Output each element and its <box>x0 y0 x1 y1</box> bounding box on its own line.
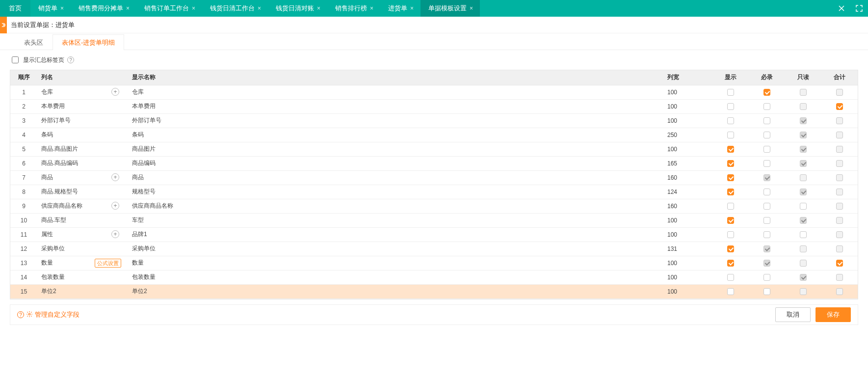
checkbox[interactable] <box>727 203 734 210</box>
table-row[interactable]: 12采购单位采购单位131 <box>10 242 858 256</box>
checkbox[interactable] <box>836 260 843 267</box>
checkbox[interactable] <box>763 117 770 124</box>
fullscreen-button[interactable] <box>850 0 868 17</box>
table-row[interactable]: 4条码条码250 <box>10 128 858 142</box>
checkbox[interactable] <box>727 117 734 124</box>
checkbox[interactable] <box>727 245 734 252</box>
checkbox[interactable] <box>727 103 734 110</box>
table-row[interactable]: 15单位2单位2100 <box>10 284 858 298</box>
cell-display-name[interactable]: 本单费用 <box>128 99 663 113</box>
manage-custom-fields-link[interactable]: 管理自定义字段 <box>35 310 79 319</box>
close-icon[interactable]: × <box>410 5 414 12</box>
checkbox[interactable] <box>727 260 734 267</box>
table-row[interactable]: 8商品.规格型号规格型号124 <box>10 185 858 199</box>
cell-width[interactable]: 100 <box>663 113 712 128</box>
add-icon[interactable]: + <box>111 230 119 238</box>
cell-display-name[interactable]: 供应商商品名称 <box>128 199 663 213</box>
checkbox[interactable] <box>727 288 734 295</box>
cell-width[interactable]: 100 <box>663 85 712 99</box>
checkbox[interactable] <box>727 146 734 153</box>
checkbox[interactable] <box>727 189 734 195</box>
table-row[interactable]: 2本单费用本单费用100 <box>10 99 858 113</box>
add-icon[interactable]: + <box>111 88 119 96</box>
add-icon[interactable]: + <box>111 202 119 210</box>
cell-display-name[interactable]: 包装数量 <box>128 270 663 284</box>
checkbox[interactable] <box>763 217 770 224</box>
cell-width[interactable]: 160 <box>663 170 712 185</box>
close-icon[interactable]: × <box>192 5 195 12</box>
cell-display-name[interactable]: 数量 <box>128 256 663 270</box>
sidebar-toggle[interactable] <box>0 17 7 33</box>
close-icon[interactable]: × <box>60 5 64 12</box>
close-icon[interactable]: × <box>126 5 130 12</box>
close-icon[interactable]: × <box>258 5 261 12</box>
formula-button[interactable]: 公式设置 <box>95 259 121 268</box>
cell-width[interactable]: 124 <box>663 185 712 199</box>
cell-width[interactable]: 165 <box>663 156 712 170</box>
checkbox[interactable] <box>763 203 770 210</box>
cell-display-name[interactable]: 单位2 <box>128 284 663 298</box>
table-row[interactable]: 13数量公式设置数量100 <box>10 256 858 270</box>
tab-销货单[interactable]: 销货单× <box>30 0 71 17</box>
table-row[interactable]: 14包装数量包装数量100 <box>10 270 858 284</box>
checkbox[interactable] <box>763 274 770 281</box>
checkbox[interactable] <box>727 160 734 167</box>
checkbox[interactable] <box>727 174 734 181</box>
tab-钱货日清对账[interactable]: 钱货日清对账× <box>268 0 327 17</box>
table-row[interactable]: 6商品.商品编码商品编码165 <box>10 156 858 170</box>
table-row[interactable]: 9供应商商品名称+供应商商品名称160 <box>10 199 858 213</box>
checkbox[interactable] <box>763 288 770 295</box>
close-icon[interactable]: × <box>470 5 473 12</box>
table-row[interactable]: 3外部订单号外部订单号100 <box>10 113 858 128</box>
checkbox[interactable] <box>800 231 807 238</box>
cell-width[interactable]: 250 <box>663 128 712 142</box>
table-row[interactable]: 7商品+商品160 <box>10 170 858 185</box>
checkbox[interactable] <box>763 231 770 238</box>
cell-width[interactable]: 100 <box>663 99 712 113</box>
checkbox[interactable] <box>763 103 770 110</box>
cell-width[interactable]: 100 <box>663 284 712 298</box>
sub-tab-表体区-进货单明细[interactable]: 表体区-进货单明细 <box>53 34 124 50</box>
tab-进货单[interactable]: 进货单× <box>380 0 421 17</box>
cell-width[interactable]: 160 <box>663 199 712 213</box>
sub-tab-表头区[interactable]: 表头区 <box>15 34 53 50</box>
close-all-button[interactable] <box>833 0 850 17</box>
show-summary-checkbox[interactable] <box>12 56 19 63</box>
checkbox[interactable] <box>763 132 770 138</box>
checkbox[interactable] <box>836 103 843 110</box>
cell-width[interactable]: 100 <box>663 256 712 270</box>
add-icon[interactable]: + <box>111 173 119 181</box>
checkbox[interactable] <box>727 217 734 224</box>
table-row[interactable]: 11属性+品牌1100 <box>10 227 858 242</box>
tab-销售费用分摊单[interactable]: 销售费用分摊单× <box>71 0 136 17</box>
tab-钱货日清工作台[interactable]: 钱货日清工作台× <box>202 0 268 17</box>
cell-width[interactable]: 131 <box>663 242 712 256</box>
cell-width[interactable]: 100 <box>663 227 712 242</box>
cell-display-name[interactable]: 仓库 <box>128 85 663 99</box>
close-icon[interactable]: × <box>317 5 320 12</box>
grid-scroll[interactable]: 顺序 列名 显示名称 列宽 显示 必录 只读 合计 1仓库+仓库1002本单费用… <box>10 70 858 299</box>
cell-display-name[interactable]: 车型 <box>128 213 663 227</box>
checkbox[interactable] <box>763 89 770 96</box>
checkbox[interactable] <box>727 89 734 96</box>
cell-display-name[interactable]: 商品 <box>128 170 663 185</box>
close-icon[interactable]: × <box>370 5 373 12</box>
tab-销售订单工作台[interactable]: 销售订单工作台× <box>136 0 202 17</box>
cell-display-name[interactable]: 规格型号 <box>128 185 663 199</box>
cancel-button[interactable]: 取消 <box>775 307 811 322</box>
cell-display-name[interactable]: 外部订单号 <box>128 113 663 128</box>
help-icon[interactable]: ? <box>67 56 74 63</box>
help-icon[interactable]: ? <box>17 311 24 318</box>
checkbox[interactable] <box>800 203 807 210</box>
checkbox[interactable] <box>763 160 770 167</box>
table-row[interactable]: 1仓库+仓库100 <box>10 85 858 99</box>
table-row[interactable]: 5商品.商品图片商品图片100 <box>10 142 858 156</box>
save-button[interactable]: 保存 <box>815 307 851 322</box>
cell-width[interactable]: 100 <box>663 142 712 156</box>
tab-销售排行榜[interactable]: 销售排行榜× <box>327 0 380 17</box>
tab-单据模板设置[interactable]: 单据模板设置× <box>421 0 480 17</box>
checkbox[interactable] <box>763 189 770 195</box>
cell-display-name[interactable]: 商品编码 <box>128 156 663 170</box>
tab-首页[interactable]: 首页 <box>0 0 30 17</box>
cell-display-name[interactable]: 条码 <box>128 128 663 142</box>
